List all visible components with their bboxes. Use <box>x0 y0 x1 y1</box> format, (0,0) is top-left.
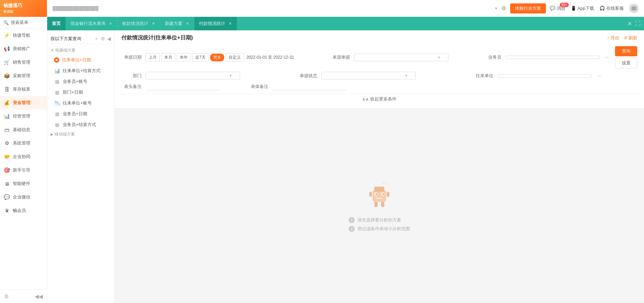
close-bank-tab-icon[interactable]: ✕ <box>109 21 112 26</box>
setting-btn[interactable]: 设置 <box>615 58 637 68</box>
trial-btn[interactable]: 体验行业方案 <box>510 3 546 13</box>
scheme-item-salesman-settle[interactable]: ▦ 业务员+结算方式 <box>47 119 114 130</box>
sidebar-label-quicknav: 快捷导航 <box>13 32 30 38</box>
sidebar-item-basic[interactable]: 🗃 基础信息 <box>0 123 47 137</box>
source-select[interactable]: ▾ <box>354 54 448 61</box>
sidebar-search[interactable]: 🔍 搜索菜单 <box>0 17 47 29</box>
date-btn-7days[interactable]: 近7天 <box>192 53 209 62</box>
close-tab-icon[interactable]: ✕ <box>627 21 632 27</box>
scheme-item-salesman-date[interactable]: ▦ 业务员+日期 <box>47 109 114 119</box>
partner-select[interactable] <box>497 74 592 78</box>
date-btn-this-month[interactable]: 本月 <box>161 53 175 62</box>
refresh-btn[interactable]: ↺ 刷新 <box>623 35 637 41</box>
salesman-select[interactable] <box>505 56 600 59</box>
refresh-icon: ↺ <box>623 35 627 40</box>
sidebar-item-hardware[interactable]: 🖥 智能硬件 <box>0 177 47 190</box>
sidebar-label-basic: 基础信息 <box>13 127 30 133</box>
scheme-item-partner-date[interactable]: 往来单位+日期 <box>47 55 114 65</box>
sidebar-item-sales[interactable]: 🛒 销售管理 <box>0 56 47 69</box>
sidebar-label-vip: 畅会员 <box>13 208 26 214</box>
settings-bottom-icon[interactable]: ⚙ <box>4 293 9 300</box>
collapse-sidebar-icon[interactable]: ◀◀ <box>35 293 43 300</box>
collapse-label: 收起更多条件 <box>370 96 397 102</box>
right-panel: 付款情况统计(往来单位+日期) ↑ 导出 ↺ 刷新 单据日期 <box>115 30 644 303</box>
scheme-item-dept-date[interactable]: ▦ 部门+日期 <box>47 87 114 98</box>
sidebar-item-guide[interactable]: 🎯 新手引导 <box>0 163 47 177</box>
salesman-dots-icon[interactable]: ··· <box>604 54 611 60</box>
tab-bank-label: 现金银行流水查询 <box>70 21 106 27</box>
scheme-item-label: 业务员+结算方式 <box>63 122 96 128</box>
chevron-down-icon[interactable]: ▾ <box>495 6 497 11</box>
sidebar-item-weixin[interactable]: 💬 企业微信 <box>0 190 47 204</box>
close-new-scheme-tab-icon[interactable]: ✕ <box>186 21 189 26</box>
query-btn[interactable]: 查询 <box>615 46 637 56</box>
sidebar-icon-hardware: 🖥 <box>3 180 10 187</box>
sidebar-item-system[interactable]: ⚙ 系统管理 <box>0 137 47 150</box>
close-payment-stat-tab-icon[interactable]: ✕ <box>152 21 155 26</box>
scheme-category-mobile[interactable]: ▶ 移动端方案 <box>47 130 114 139</box>
source-label: 来源单据 <box>330 54 350 60</box>
header-note-label: 表头备注 <box>121 84 142 90</box>
scheme-category-desktop[interactable]: ▼ 电脑端方案 <box>47 46 114 55</box>
date-btn-this-year[interactable]: 本年 <box>177 53 191 62</box>
sidebar-label-marketing: 营销推广 <box>13 46 30 52</box>
date-btn-custom[interactable]: 自定义 <box>226 53 244 62</box>
collapse-btn[interactable]: ∧∧ 收起更多条件 <box>121 94 637 104</box>
table-icon3: ▦ <box>54 111 60 117</box>
close-pay-stat-tab-icon[interactable]: ✕ <box>229 21 232 26</box>
tab-pay-stat[interactable]: 付款情况统计 ✕ <box>194 17 237 30</box>
scheme-item-salesman-account[interactable]: ▦ 业务员+账号 <box>47 76 114 87</box>
manage-scheme-icon[interactable]: ⚙ <box>101 36 105 41</box>
date-btn-more[interactable]: 更多 <box>210 54 224 61</box>
sidebar-item-marketing[interactable]: 📢 营销推广 <box>0 42 47 56</box>
hint-num-2: 2 <box>349 226 355 232</box>
sidebar-item-purchase[interactable]: 📦 采购管理 <box>0 69 47 83</box>
dept-select[interactable]: ▾ <box>146 72 240 80</box>
sidebar-icon-enterprise: 🤝 <box>3 153 10 160</box>
sidebar-logo: 畅捷通巧 标准版 <box>0 0 47 17</box>
category-label: 电脑端方案 <box>55 48 76 53</box>
scheme-header-icons: ＋ ⚙ ◀ <box>94 36 111 42</box>
date-buttons: 上月 本月 本年 近7天 更多 自定义 2022-01-01 至 2022-12… <box>146 53 294 62</box>
logo-sub: 标准版 <box>3 9 22 14</box>
body-note-input[interactable] <box>272 83 347 90</box>
sidebar-item-operation[interactable]: 📊 经营管理 <box>0 110 47 123</box>
scheme-item-label: 往来单位+日期 <box>62 57 91 63</box>
sidebar-icon-system: ⚙ <box>3 140 10 147</box>
collapse-panel-icon[interactable]: ◀ <box>107 36 111 41</box>
sidebar-item-vip[interactable]: ♛ 畅会员 <box>0 204 47 217</box>
scheme-item-partner-account[interactable]: 📉 往来单位+账号 <box>47 98 114 109</box>
header-note-input[interactable] <box>146 83 220 90</box>
message-btn[interactable]: 💬 消息 99+ <box>550 5 565 11</box>
partner-dots-icon[interactable]: ··· <box>596 73 603 79</box>
svg-rect-7 <box>369 192 372 197</box>
table-icon2: ▦ <box>54 89 60 95</box>
sidebar-item-inventory[interactable]: 🗄 库存核算 <box>0 83 47 96</box>
service-btn[interactable]: 🎧 在线客服 <box>599 5 624 11</box>
empty-visual <box>362 180 396 210</box>
scheme-item-partner-settle[interactable]: 📊 往来单位+结算方式 <box>47 65 114 76</box>
tab-payment-stat[interactable]: 收款情况统计 ✕ <box>117 17 160 30</box>
settings-gear-icon[interactable]: ⚙ <box>501 5 506 11</box>
tab-home[interactable]: 首页 <box>47 17 66 30</box>
fullscreen-tab-icon[interactable]: ⛶ <box>635 21 641 27</box>
export-btn[interactable]: ↑ 导出 <box>607 35 620 41</box>
app-download-btn[interactable]: 📱 App下载 <box>571 5 594 11</box>
date-btn-last-month[interactable]: 上月 <box>146 53 160 62</box>
sidebar-item-finance[interactable]: 💰 资金管理 <box>0 96 47 110</box>
doc-status-select[interactable]: ▾ <box>321 72 416 80</box>
main-content: ████████████████ ▾ ⚙ 体验行业方案 💬 消息 99+ 📱 A… <box>47 0 644 303</box>
add-scheme-icon[interactable]: ＋ <box>94 36 99 42</box>
page-content: 按以下方案查询 ＋ ⚙ ◀ ▼ 电脑端方案 往来单位+日期 <box>47 30 644 303</box>
table-icon4: ▦ <box>54 122 60 128</box>
sidebar-item-quicknav[interactable]: ⚡ 快捷导航 <box>0 29 47 42</box>
user-avatar[interactable]: ██ <box>629 4 639 13</box>
svg-rect-8 <box>387 192 389 197</box>
sidebar-item-enterprise[interactable]: 🤝 企业协同 <box>0 150 47 163</box>
message-badge: 99+ <box>560 3 569 7</box>
query-btn-group: 查询 设置 <box>615 46 637 68</box>
tabbar: 首页 现金银行流水查询 ✕ 收款情况统计 ✕ 新建方案 ✕ 付款情况统计 ✕ ✕… <box>47 17 644 30</box>
svg-rect-10 <box>381 202 384 207</box>
tab-bank[interactable]: 现金银行流水查询 ✕ <box>66 17 117 30</box>
tab-new-scheme[interactable]: 新建方案 ✕ <box>160 17 194 30</box>
